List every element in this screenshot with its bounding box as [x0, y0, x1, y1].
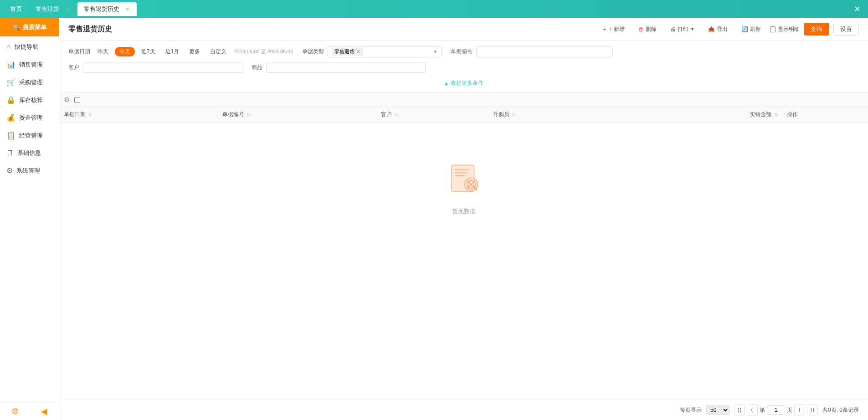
page-label: 第 [760, 406, 765, 414]
col-date-sort-icon[interactable]: ⇅ [88, 112, 92, 117]
page-size-select[interactable]: 20 50 100 200 [706, 405, 729, 415]
customer-placeholder: ... [160, 64, 165, 71]
page-actions: ＋ + 新增 🗑 删除 🖨 打印 ▼ 📤 导出 🔄 [597, 23, 859, 36]
table-wrapper: 单据日期 ⇅ 单据编号 ⇅ 客户 ⇅ [59, 107, 868, 400]
doc-no-label: 单据编号 [451, 48, 473, 56]
goods-select[interactable]: ... [266, 62, 426, 73]
query-button[interactable]: 查询 [804, 23, 829, 36]
doc-type-select[interactable]: 零售退货 ✕ ▼ [328, 46, 442, 57]
sidebar-item-quick-nav[interactable]: ⌂ 快捷导航 [0, 38, 59, 56]
doc-type-filter-item: 单据类型 零售退货 ✕ ▼ [302, 46, 442, 57]
topbar: 首页 零售退货 ✕ 零售退货历史 ✕ ✕ [0, 0, 868, 18]
export-button[interactable]: 📤 导出 [704, 24, 732, 35]
1month-btn[interactable]: 近1月 [162, 47, 183, 56]
refresh-button[interactable]: 🔄 刷新 [737, 24, 765, 35]
empty-state: 暂无数据 [59, 123, 868, 252]
select-all-checkbox[interactable] [74, 97, 80, 103]
table-settings-icon[interactable]: ⚙ [64, 96, 70, 104]
col-amount: 实销金额 ⇅ [623, 107, 782, 123]
customer-filter-item: 客户 ... [68, 62, 242, 73]
doc-type-tag-close[interactable]: ✕ [356, 49, 360, 55]
new-button[interactable]: ＋ + 新增 [597, 24, 629, 35]
sidebar-item-quick-nav-label: 快捷导航 [15, 43, 38, 51]
tab-home-label: 首页 [10, 5, 22, 13]
ops-icon: 📋 [6, 131, 15, 140]
sidebar-settings-icon[interactable]: ⚙ [11, 406, 19, 416]
sys-mgmt-icon: ⚙ [6, 166, 13, 175]
sidebar-item-sales-mgmt[interactable]: 📊 销售管理 [0, 56, 59, 73]
tab-retail-return[interactable]: 零售退货 ✕ [29, 2, 77, 16]
date-filter-buttons: 昨天 今天 近7天 近1月 更多 自定义 [94, 47, 230, 56]
page-navigation: ⟨⟨ ⟨ 第 页 ⟩ ⟩⟩ [734, 405, 818, 415]
col-customer: 客户 ⇅ [376, 107, 488, 123]
date-filter-label: 单据日期 [68, 48, 90, 56]
custom-btn[interactable]: 自定义 [206, 47, 230, 56]
sidebar-collapse-icon[interactable]: ◀ [41, 406, 47, 416]
date-filter-item: 单据日期 昨天 今天 近7天 近1月 更多 自定义 2023-06-02 至 2… [68, 47, 293, 56]
empty-state-icon [443, 159, 484, 200]
col-guide-sort-icon[interactable]: ⇅ [512, 112, 515, 117]
tab-home[interactable]: 首页 [4, 2, 28, 16]
show-detail-label: 显示明细 [778, 26, 800, 33]
page-last-button[interactable]: ⟩⟩ [807, 405, 818, 415]
sidebar-menu: ⌂ 快捷导航 📊 销售管理 🛒 采购管理 🔒 库存核算 💰 资金管理 📋 [0, 36, 59, 402]
page-next-button[interactable]: ⟩ [794, 405, 805, 415]
tab-retail-return-label: 零售退货 [36, 5, 59, 13]
sidebar-item-finance-label: 资金管理 [19, 114, 43, 122]
filter-row-2: 客户 ... 商品 ... [68, 62, 859, 73]
col-customer-sort-icon[interactable]: ⇅ [395, 112, 398, 117]
sidebar-item-finance[interactable]: 💰 资金管理 [0, 109, 59, 127]
doc-type-tag: 零售退货 ✕ [332, 48, 363, 56]
sidebar-item-purchase-mgmt-label: 采购管理 [19, 78, 43, 87]
print-button[interactable]: 🖨 打印 ▼ [666, 24, 699, 35]
customer-select[interactable]: ... [83, 62, 242, 73]
main-layout: 🔍 搜索菜单 ⌂ 快捷导航 📊 销售管理 🛒 采购管理 🔒 库存核算 💰 [0, 18, 868, 420]
collapse-filter-button[interactable]: ▲ 收起更多条件 [444, 79, 484, 87]
col-amount-sort-icon[interactable]: ⇅ [774, 112, 778, 117]
sidebar-item-purchase-mgmt[interactable]: 🛒 采购管理 [0, 73, 59, 91]
tab-retail-return-history[interactable]: 零售退货历史 ✕ [77, 2, 137, 16]
sidebar-item-sys-mgmt[interactable]: ⚙ 系统管理 [0, 162, 59, 179]
page-number-input[interactable] [767, 405, 785, 415]
svg-rect-2 [455, 172, 467, 174]
inventory-icon: 🔒 [6, 96, 15, 104]
page-prev-button[interactable]: ⟨ [747, 405, 758, 415]
topbar-close-button[interactable]: ✕ [850, 4, 864, 14]
pagination: 每页显示 20 50 100 200 ⟨⟨ ⟨ 第 页 ⟩ ⟩⟩ 共0页, 0条… [59, 400, 868, 420]
more-btn[interactable]: 更多 [185, 47, 204, 56]
show-detail-checkbox[interactable] [770, 26, 776, 32]
data-table: 单据日期 ⇅ 单据编号 ⇅ 客户 ⇅ [59, 107, 868, 123]
today-btn[interactable]: 今天 [115, 47, 135, 56]
col-date: 单据日期 ⇅ [59, 107, 218, 123]
tab-retail-return-close[interactable]: ✕ [64, 6, 70, 12]
print-icon: 🖨 [670, 26, 676, 32]
svg-rect-1 [455, 169, 469, 171]
delete-button[interactable]: 🗑 删除 [634, 24, 661, 35]
sidebar-item-inventory[interactable]: 🔒 库存核算 [0, 91, 59, 109]
basic-info-icon: 🗒 [6, 149, 14, 157]
sidebar-item-sales-mgmt-label: 销售管理 [19, 61, 43, 69]
sidebar-search-button[interactable]: 🔍 搜索菜单 [0, 18, 59, 36]
sales-icon: 📊 [6, 60, 15, 69]
doc-no-input[interactable] [476, 46, 613, 57]
col-no-sort-icon[interactable]: ⇅ [247, 112, 250, 117]
goods-filter-item: 商品 ... [252, 62, 426, 73]
yesterday-btn[interactable]: 昨天 [94, 47, 112, 56]
content-area: 零售退货历史 ＋ + 新增 🗑 删除 🖨 打印 ▼ 📤 导出 [59, 18, 868, 420]
sidebar: 🔍 搜索菜单 ⌂ 快捷导航 📊 销售管理 🛒 采购管理 🔒 库存核算 💰 [0, 18, 59, 420]
settings-button[interactable]: 设置 [833, 23, 859, 36]
page-first-button[interactable]: ⟨⟨ [734, 405, 745, 415]
export-icon: 📤 [708, 26, 715, 32]
sidebar-item-ops[interactable]: 📋 经营管理 [0, 127, 59, 144]
doc-type-label: 单据类型 [302, 48, 324, 56]
sidebar-item-inventory-label: 库存核算 [19, 96, 43, 104]
finance-icon: 💰 [6, 113, 15, 122]
sidebar-item-basic-info[interactable]: 🗒 基础信息 [0, 144, 59, 162]
search-icon: 🔍 [13, 24, 20, 31]
tab-retail-return-history-close[interactable]: ✕ [124, 6, 130, 12]
doc-type-arrow-icon: ▼ [433, 49, 437, 54]
tab-list: 首页 零售退货 ✕ 零售退货历史 ✕ [4, 2, 850, 16]
sidebar-item-ops-label: 经营管理 [19, 132, 43, 140]
7days-btn[interactable]: 近7天 [138, 47, 159, 56]
page-size-label: 每页显示 [680, 406, 702, 414]
